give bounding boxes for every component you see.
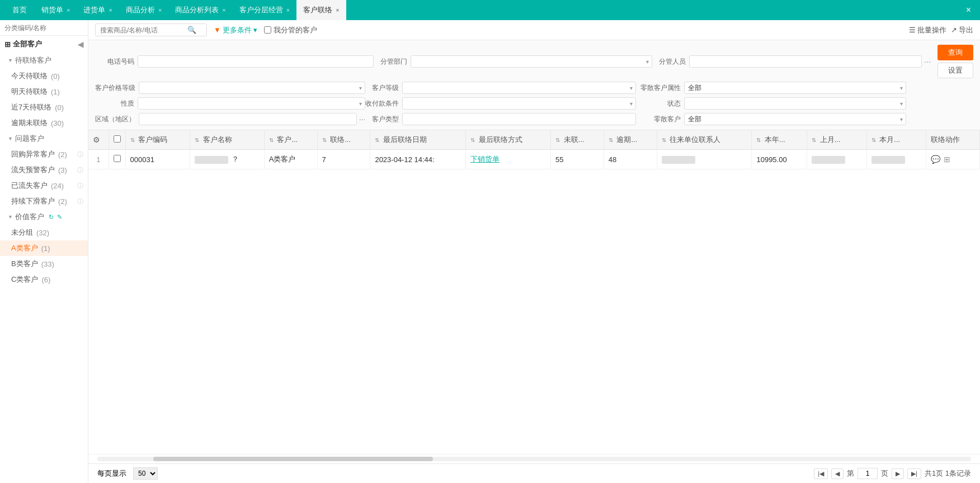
person-dots-btn[interactable]: ··· [924,57,931,66]
filter-icon: ▼ [214,26,221,34]
query-button[interactable]: 查询 [937,45,973,60]
setting-button[interactable]: 设置 [937,63,973,78]
sidebar-item-declining-label: 持续下滑客户 [11,196,55,206]
th-overdue: ⇅ 逾期... [604,130,657,150]
nav-sales-close[interactable]: × [67,7,70,13]
select-payment-wrap: ▾ [402,97,635,110]
export-btn[interactable]: ↗ 导出 [951,25,973,35]
triangle-icon-pending: ▼ [8,58,13,63]
sidebar-item-declining[interactable]: 持续下滑客户 (2) ⓘ [0,193,88,209]
sidebar-group-problem[interactable]: ▼ 问题客户 [0,131,88,146]
input-phone[interactable] [138,55,374,68]
value-edit-icon[interactable]: ✎ [57,214,62,221]
nav-sales-order[interactable]: 销货单 × [35,0,77,20]
th-not-contacted-label: 未联... [564,135,585,144]
select-dept[interactable] [411,55,652,68]
col-sort-icon-overdue: ⇅ [609,137,613,143]
cell-not-contacted: 55 [550,150,604,169]
my-customers-filter[interactable]: 我分管的客户 [264,25,317,35]
last-page-btn[interactable]: ▶| [907,468,921,479]
th-action: 联络动作 [926,130,980,150]
value-refresh-icon[interactable]: ↻ [49,214,54,221]
sidebar-item-7days-label: 近7天待联络 [11,102,51,112]
all-customers-section[interactable]: ⊞ 全部客户 ◀ [0,36,88,53]
select-status[interactable] [684,97,906,110]
sidebar-item-churn-warning[interactable]: 流失预警客户 (3) ⓘ [0,162,88,178]
page-input[interactable] [858,468,878,479]
sidebar-group-value[interactable]: ▼ 价值客户 ↻ ✎ [0,209,88,225]
th-cust-type-label: 客户... [277,135,298,144]
th-contact-person: ⇅ 往来单位联系人 [657,130,752,150]
nav-customer-contact-close[interactable]: × [336,7,339,13]
horizontal-scrollbar[interactable] [97,457,971,461]
next-page-btn[interactable]: ▶ [892,468,904,479]
th-last-month-label: 上月... [820,135,841,144]
nav-customer-tier-close[interactable]: × [286,7,290,13]
region-dots-btn[interactable]: ··· [359,115,366,124]
table-gear-icon[interactable]: ⚙ [93,135,100,144]
sidebar-item-today[interactable]: 今天待联络 (0) [0,68,88,84]
nav-purchase-close[interactable]: × [109,7,112,13]
close-all-tabs[interactable]: × [962,5,976,15]
sidebar-item-tomorrow[interactable]: 明天待联络 (1) [0,84,88,100]
search-input[interactable] [100,26,184,34]
nav-product-close[interactable]: × [158,7,162,13]
sidebar-item-overdue[interactable]: 逾期未联络 (30) [0,115,88,131]
sidebar-item-class-a[interactable]: A类客户 (1) [0,240,88,256]
nav-product-list-close[interactable]: × [222,7,225,13]
sidebar-search-input[interactable] [4,24,88,32]
input-region-wrap: ··· [139,113,365,125]
my-customers-checkbox[interactable] [264,26,271,34]
grid-action-icon[interactable]: ⊞ [944,155,950,164]
select-retail-attr[interactable]: 全部 [684,82,906,94]
first-page-btn[interactable]: |◀ [814,468,828,479]
col-sort-icon-name: ⇅ [195,137,199,143]
search-box: 🔍 [95,23,207,36]
label-nature: 性质 [95,99,134,108]
select-price-level[interactable] [139,82,365,94]
nav-purchase-order[interactable]: 进货单 × [77,0,119,20]
info-icon-churned: ⓘ [77,182,83,190]
select-cust-level[interactable] [402,82,635,94]
chat-icon[interactable]: 💬 [931,155,940,164]
cell-last-date: 2023-04-12 14:44: [370,150,466,169]
more-filters-btn[interactable]: ▼ 更多条件 ▾ [214,25,257,35]
search-icon[interactable]: 🔍 [187,26,196,34]
nav-customer-contact[interactable]: 客户联络 × [296,0,346,20]
nav-product-list-label: 商品分析列表 [175,5,219,15]
nav-product-analysis-list[interactable]: 商品分析列表 × [168,0,232,20]
sidebar-search-box: 🔍 [0,20,88,36]
select-all-checkbox[interactable] [114,135,121,143]
row-checkbox[interactable] [114,155,121,162]
sidebar-item-class-b[interactable]: B类客户 (33) [0,256,88,272]
sidebar-item-class-c[interactable]: C类客户 (6) [0,272,88,287]
prev-page-btn[interactable]: ◀ [831,468,844,479]
horizontal-scrollbar-container [88,454,980,463]
last-method-link[interactable]: 下销货单 [470,155,500,163]
batch-operation-btn[interactable]: ☰ 批量操作 [909,25,946,35]
sidebar-item-7days[interactable]: 近7天待联络 (0) [0,100,88,115]
nav-home[interactable]: 首页 [4,0,35,20]
sidebar-collapse-icon[interactable]: ◀ [78,40,83,49]
input-person[interactable] [689,55,922,68]
export-label: 导出 [959,25,973,35]
sidebar-item-churned[interactable]: 已流失客户 (24) ⓘ [0,178,88,193]
th-last-contact-method: ⇅ 最后联络方式 [466,130,551,150]
sidebar-item-unclassified[interactable]: 未分组 (32) [0,225,88,240]
input-cust-type[interactable] [402,113,635,125]
select-payment[interactable] [402,97,635,110]
page-size-select[interactable]: 50 [133,467,158,480]
scrollbar-thumb[interactable] [153,457,433,461]
field-retail-attr: 零散客户属性 全部 ▾ [636,82,906,94]
sidebar-item-repurchase-abnormal[interactable]: 回购异常客户 (2) ⓘ [0,146,88,162]
nav-customer-tier[interactable]: 客户分层经营 × [233,0,296,20]
select-retail-cust[interactable]: 全部 [684,113,906,125]
sidebar-group-pending[interactable]: ▼ 待联络客户 [0,53,88,68]
pending-group-label: 待联络客户 [15,55,51,65]
nav-product-analysis[interactable]: 商品分析 × [119,0,168,20]
select-nature[interactable] [138,97,365,110]
cell-code: 000031 [125,150,190,169]
input-region[interactable] [139,113,357,125]
field-retail-cust: 零散客户 全部 ▾ [636,113,906,125]
content-area: 🔍 ▼ 更多条件 ▾ 我分管的客户 ☰ 批量操作 ↗ 导出 [88,20,980,483]
